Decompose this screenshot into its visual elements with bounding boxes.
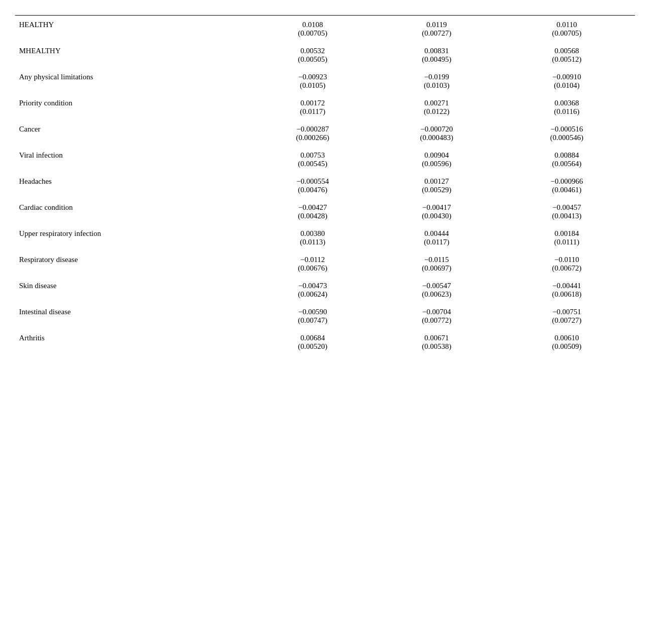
row-label: Cancer <box>15 120 250 134</box>
se-value-col3: (0.00672) <box>498 264 635 277</box>
row-value-col3: 0.00610 <box>498 329 635 342</box>
table-row: HEALTHY0.01080.01190.0110 <box>15 16 635 29</box>
table-container: HEALTHY0.01080.01190.0110(0.00705)(0.007… <box>15 10 635 355</box>
row-value-col1: 0.00172 <box>250 94 374 107</box>
row-value-col2: 0.00831 <box>374 42 498 55</box>
row-value-col1: −0.00590 <box>250 303 374 316</box>
se-row: (0.00624)(0.00623)(0.00618) <box>15 290 635 303</box>
se-label-empty <box>15 160 250 172</box>
se-label-empty <box>15 290 250 303</box>
row-value-col3: 0.00568 <box>498 42 635 55</box>
row-value-col2: 0.00127 <box>374 172 498 186</box>
row-label: Respiratory disease <box>15 250 250 264</box>
se-value-col2: (0.00430) <box>374 212 498 224</box>
se-row: (0.00520)(0.00538)(0.00509) <box>15 342 635 355</box>
row-value-col3: −0.00457 <box>498 198 635 212</box>
se-row: (0.00676)(0.00697)(0.00672) <box>15 264 635 277</box>
se-value-col1: (0.00476) <box>250 186 374 198</box>
row-value-col1: 0.00380 <box>250 224 374 238</box>
row-value-col1: 0.00684 <box>250 329 374 342</box>
row-value-col2: −0.00417 <box>374 198 498 212</box>
row-label: Upper respiratory infection <box>15 224 250 238</box>
row-value-col1: −0.000554 <box>250 172 374 186</box>
table-row: Skin disease−0.00473−0.00547−0.00441 <box>15 277 635 290</box>
se-value-col1: (0.0113) <box>250 238 374 250</box>
se-value-col3: (0.00564) <box>498 160 635 172</box>
table-row: Respiratory disease−0.0112−0.0115−0.0110 <box>15 250 635 264</box>
se-value-col2: (0.00697) <box>374 264 498 277</box>
se-label-empty <box>15 134 250 146</box>
se-row: (0.00476)(0.00529)(0.00461) <box>15 186 635 198</box>
se-value-col3: (0.00705) <box>498 29 635 42</box>
row-value-col1: 0.0108 <box>250 16 374 29</box>
se-label-empty <box>15 316 250 329</box>
row-label: Arthritis <box>15 329 250 342</box>
row-value-col2: −0.00547 <box>374 277 498 290</box>
row-label: MHEALTHY <box>15 42 250 55</box>
row-label: HEALTHY <box>15 16 250 29</box>
se-value-col3: (0.000546) <box>498 134 635 146</box>
se-value-col2: (0.0117) <box>374 238 498 250</box>
row-value-col1: −0.00923 <box>250 68 374 81</box>
se-row: (0.0117)(0.0122)(0.0116) <box>15 107 635 120</box>
se-row: (0.00747)(0.00772)(0.00727) <box>15 316 635 329</box>
table-row: Cancer−0.000287−0.000720−0.000516 <box>15 120 635 134</box>
se-row: (0.00428)(0.00430)(0.00413) <box>15 212 635 224</box>
row-value-col3: 0.00368 <box>498 94 635 107</box>
se-value-col2: (0.000483) <box>374 134 498 146</box>
se-value-col1: (0.00428) <box>250 212 374 224</box>
regression-table: HEALTHY0.01080.01190.0110(0.00705)(0.007… <box>15 10 635 355</box>
se-value-col2: (0.00727) <box>374 29 498 42</box>
se-value-col1: (0.00624) <box>250 290 374 303</box>
row-value-col2: 0.00444 <box>374 224 498 238</box>
se-value-col1: (0.00705) <box>250 29 374 42</box>
se-row: (0.0105)(0.0103)(0.0104) <box>15 81 635 94</box>
row-value-col2: −0.0199 <box>374 68 498 81</box>
row-value-col2: −0.0115 <box>374 250 498 264</box>
se-value-col3: (0.00512) <box>498 55 635 68</box>
table-row: Upper respiratory infection0.003800.0044… <box>15 224 635 238</box>
se-label-empty <box>15 212 250 224</box>
se-value-col3: (0.00727) <box>498 316 635 329</box>
se-label-empty <box>15 264 250 277</box>
se-value-col3: (0.00461) <box>498 186 635 198</box>
se-row: (0.00705)(0.00727)(0.00705) <box>15 29 635 42</box>
se-value-col1: (0.00520) <box>250 342 374 355</box>
row-value-col1: 0.00532 <box>250 42 374 55</box>
row-label: Skin disease <box>15 277 250 290</box>
row-value-col2: −0.000720 <box>374 120 498 134</box>
row-value-col3: 0.0110 <box>498 16 635 29</box>
se-value-col2: (0.00596) <box>374 160 498 172</box>
se-row: (0.000266)(0.000483)(0.000546) <box>15 134 635 146</box>
row-value-col2: 0.0119 <box>374 16 498 29</box>
se-value-col2: (0.0103) <box>374 81 498 94</box>
se-value-col3: (0.0104) <box>498 81 635 94</box>
row-value-col3: 0.00184 <box>498 224 635 238</box>
se-value-col2: (0.00772) <box>374 316 498 329</box>
se-value-col1: (0.00747) <box>250 316 374 329</box>
se-value-col2: (0.00495) <box>374 55 498 68</box>
se-label-empty <box>15 29 250 42</box>
row-label: Any physical limitations <box>15 68 250 81</box>
table-row: Any physical limitations−0.00923−0.0199−… <box>15 68 635 81</box>
table-row: Headaches−0.0005540.00127−0.000966 <box>15 172 635 186</box>
se-value-col1: (0.0105) <box>250 81 374 94</box>
row-value-col1: 0.00753 <box>250 146 374 160</box>
se-value-col3: (0.00509) <box>498 342 635 355</box>
se-value-col2: (0.00529) <box>374 186 498 198</box>
se-value-col1: (0.000266) <box>250 134 374 146</box>
row-value-col2: 0.00904 <box>374 146 498 160</box>
table-row: Priority condition0.001720.002710.00368 <box>15 94 635 107</box>
row-label: Intestinal disease <box>15 303 250 316</box>
se-value-col1: (0.00505) <box>250 55 374 68</box>
se-value-col2: (0.0122) <box>374 107 498 120</box>
row-value-col1: −0.00427 <box>250 198 374 212</box>
row-value-col1: −0.00473 <box>250 277 374 290</box>
row-value-col1: −0.0112 <box>250 250 374 264</box>
se-value-col2: (0.00538) <box>374 342 498 355</box>
row-value-col3: −0.000516 <box>498 120 635 134</box>
se-row: (0.00545)(0.00596)(0.00564) <box>15 160 635 172</box>
se-label-empty <box>15 238 250 250</box>
row-value-col2: 0.00271 <box>374 94 498 107</box>
se-value-col1: (0.00676) <box>250 264 374 277</box>
